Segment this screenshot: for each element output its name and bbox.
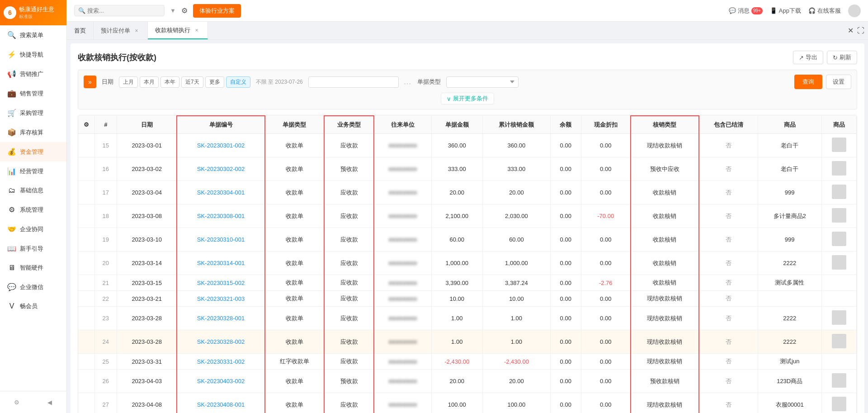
cell-balance: 0.00 [550,354,581,370]
cell-doc_no[interactable]: SK-20230331-002 [177,354,265,370]
cell-doc_no[interactable]: SK-20230304-001 [177,181,265,204]
date-btn-更多[interactable]: 更多 [205,76,224,88]
topbar-search-wrap[interactable]: 🔍 [74,5,165,16]
sidebar-item-sales[interactable]: 💼销售管理 [0,84,66,103]
cell-doc_no[interactable]: SK-20230314-001 [177,252,265,275]
partner-input[interactable] [308,76,399,88]
sidebar-collapse-btn[interactable]: ◀ [42,395,57,409]
cell-doc_no[interactable]: SK-20230301-002 [177,134,265,157]
filter-toggle-btn[interactable]: » [84,76,96,88]
topbar-dropdown-icon[interactable]: ▼ [170,7,176,14]
sidebar-settings-btn[interactable]: ⚙ [9,395,24,409]
sidebar-item-hardware[interactable]: 🖥智能硬件 [0,258,66,277]
cell-include_settled: 否 [699,354,758,370]
cell-include_settled: 否 [699,291,758,307]
tab-close-prepay[interactable]: × [133,27,140,34]
cell-date: 2023-03-10 [117,228,177,252]
refresh-btn[interactable]: ↻ 刷新 [827,51,857,64]
sidebar-item-search[interactable]: 🔍搜索菜单 [0,25,66,45]
cell-doc_no[interactable]: SK-20230328-002 [177,330,265,354]
tab-home[interactable]: 首页 [67,22,94,39]
col-header-product: 商品 [758,116,821,134]
query-btn[interactable]: 查询 [794,75,822,89]
doc-no-link[interactable]: SK-20230304-001 [197,189,245,196]
sidebar-label-inventory: 库存核算 [20,128,43,137]
tab-label-collect: 收款核销执行 [155,26,190,34]
date-btn-custom[interactable]: 自定义 [226,76,250,88]
user-avatar[interactable] [848,5,861,17]
doc-no-link[interactable]: SK-20230308-001 [197,213,245,219]
doc-no-link[interactable]: SK-20230315-002 [197,280,245,286]
industry-btn[interactable]: 体验行业方案 [193,4,241,18]
doc-no-link[interactable]: SK-20230301-002 [197,142,245,149]
col-header-date: 日期 [117,116,177,134]
cell-doc_no[interactable]: SK-20230310-001 [177,228,265,252]
sidebar-item-enterprise[interactable]: 🤝企业协同 [0,219,66,239]
filter-settings-btn[interactable]: 设置 [826,75,851,89]
doc-no-link[interactable]: SK-20230302-002 [197,166,245,172]
topbar-search-input[interactable] [87,7,160,14]
date-btn-本年[interactable]: 本年 [160,76,179,88]
tab-close-collect[interactable]: × [193,27,200,34]
tab-prepay[interactable]: 预计应付单× [94,22,148,39]
cell-settings [78,354,94,370]
cell-partner: ■■■■■■■■ [374,252,431,275]
cell-balance: 0.00 [550,370,581,393]
cell-doc_no[interactable]: SK-20230403-002 [177,370,265,393]
cell-doc_no[interactable]: SK-20230302-002 [177,157,265,181]
col-header-product_img: 商品 [821,116,856,134]
sidebar-item-system[interactable]: ⚙系统管理 [0,200,66,219]
doc-no-link[interactable]: SK-20230314-001 [197,260,245,266]
cell-balance: 0.00 [550,275,581,291]
sidebar-item-inventory[interactable]: 📦库存核算 [0,123,66,142]
doc-no-link[interactable]: SK-20230328-002 [197,338,245,345]
cell-include_settled: 否 [699,252,758,275]
close-tab-btn[interactable]: ✕ [848,26,854,35]
doc-type-select[interactable] [446,76,519,88]
doc-no-link[interactable]: SK-20230408-001 [197,401,245,408]
cell-discount: -2.76 [581,275,631,291]
topbar-gear-btn[interactable]: ⚙ [181,6,188,15]
sidebar-item-business[interactable]: 📊经营管理 [0,161,66,181]
maximize-btn[interactable]: ⛶ [857,27,864,35]
doc-no-link[interactable]: SK-20230328-001 [197,315,245,322]
message-btn[interactable]: 💬 消息 99+ [729,7,763,15]
cell-biz_type: 应收款 [324,393,374,413]
cell-balance: 0.00 [550,252,581,275]
sidebar-item-basic[interactable]: 🗂基础信息 [0,181,66,200]
doc-no-link[interactable]: SK-20230331-002 [197,358,245,365]
date-btn-上月[interactable]: 上月 [119,76,138,88]
cell-accum_amount: 100.00 [482,393,550,413]
cell-doc_no[interactable]: SK-20230408-001 [177,393,265,413]
online-service-btn[interactable]: 🎧 在线客服 [808,7,841,15]
date-btn-本月[interactable]: 本月 [140,76,159,88]
export-btn[interactable]: ↗ 导出 [793,51,823,64]
date-btn-近7天[interactable]: 近7天 [181,76,203,88]
cell-partner: ■■■■■■■■ [374,275,431,291]
table-container: ⚙#日期单据编号单据类型业务类型往来单位单据金额累计核销金额余额现金折扣核销类型… [78,115,857,413]
doc-no-link[interactable]: SK-20230310-001 [197,236,245,243]
cell-date: 2023-03-08 [117,204,177,228]
sidebar-item-shortcuts[interactable]: ⚡快捷导航 [0,45,66,64]
doc-no-link[interactable]: SK-20230321-003 [197,295,245,302]
tab-collect[interactable]: 收款核销执行× [148,22,208,39]
cell-doc_no[interactable]: SK-20230315-002 [177,275,265,291]
sidebar-item-purchase[interactable]: 🛒采购管理 [0,103,66,123]
cell-doc_no[interactable]: SK-20230308-001 [177,204,265,228]
cell-doc_no[interactable]: SK-20230328-001 [177,307,265,330]
cell-row_num: 25 [94,354,117,370]
sidebar-item-marketing[interactable]: 📢营销推广 [0,64,66,84]
cell-doc_no[interactable]: SK-20230321-003 [177,291,265,307]
sidebar: 6 畅康通好生意 标准版 🔍搜索菜单⚡快捷导航📢营销推广💼销售管理🛒采购管理📦库… [0,0,67,413]
mobile-icon: 📱 [770,7,777,14]
sidebar-item-member[interactable]: V畅会员 [0,297,66,316]
app-download-btn[interactable]: 📱 App下载 [770,7,801,15]
cell-product_img [821,228,856,252]
sidebar-item-wechat[interactable]: 💬企业微信 [0,277,66,297]
sidebar-label-shortcuts: 快捷导航 [20,51,43,59]
doc-no-link[interactable]: SK-20230403-002 [197,378,245,385]
expand-btn[interactable]: ∨ 展开更多条件 [441,93,494,104]
sidebar-item-finance[interactable]: 💰资金管理 [0,142,66,161]
sidebar-item-guide[interactable]: 📖新手引导 [0,239,66,258]
system-icon: ⚙ [7,205,16,214]
